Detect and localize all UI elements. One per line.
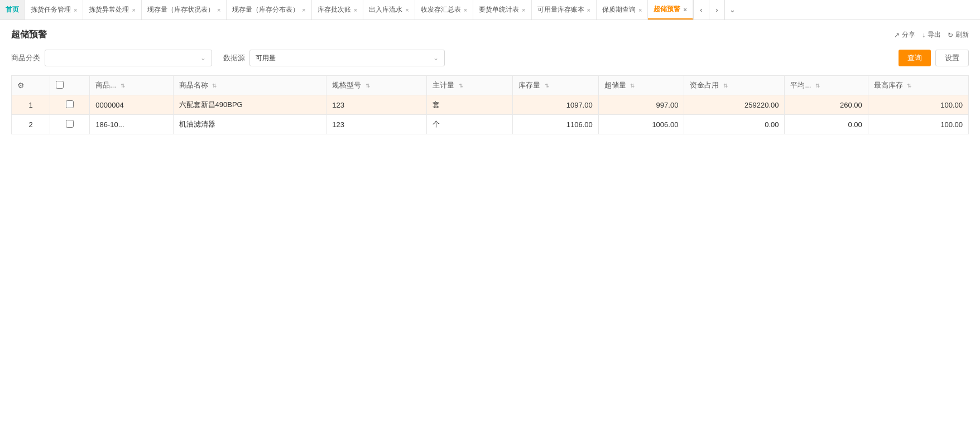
row-avg: 260.00 <box>785 95 868 115</box>
row-stock: 1106.00 <box>513 115 599 134</box>
sort-avg-icon: ⇅ <box>815 83 820 89</box>
row-unit: 个 <box>427 115 513 134</box>
export-icon: ↓ <box>922 31 925 39</box>
page-title: 超储预警 <box>11 29 47 41</box>
row-num: 1 <box>12 95 50 115</box>
col-unit-header[interactable]: 主计量 ⇅ <box>427 76 513 95</box>
nav-tab-tab-5[interactable]: 库存批次账× <box>312 0 363 20</box>
nav-next-arrow[interactable]: › <box>709 0 724 20</box>
nav-tab-tab-10[interactable]: 保质期查询× <box>597 0 648 20</box>
row-max: 100.00 <box>868 95 968 115</box>
sort-name-icon: ⇅ <box>212 83 217 89</box>
nav-tab-tab-4[interactable]: 现存量（库存分布表）× <box>227 0 311 20</box>
close-tab-tab-2[interactable]: × <box>132 7 135 13</box>
nav-tab-tab-2[interactable]: 拣货异常处理× <box>83 0 141 20</box>
category-label: 商品分类 <box>11 53 40 63</box>
sort-stock-icon: ⇅ <box>545 83 549 89</box>
row-checkbox-cell[interactable] <box>50 95 90 115</box>
query-button[interactable]: 查询 <box>899 50 931 66</box>
row-excess: 997.00 <box>598 95 684 115</box>
share-button[interactable]: ↗ 分享 <box>894 30 915 40</box>
row-unit: 套 <box>427 95 513 115</box>
category-filter-group: 商品分类 ⌄ <box>11 50 212 66</box>
row-spec: 123 <box>326 115 427 134</box>
sort-max-icon: ⇅ <box>907 83 911 89</box>
action-buttons: 查询 设置 <box>899 50 969 66</box>
sort-unit-icon: ⇅ <box>459 83 463 89</box>
refresh-icon: ↻ <box>948 31 953 39</box>
row-stock: 1097.00 <box>513 95 599 115</box>
row-code: 186-10... <box>90 115 173 134</box>
col-code-header[interactable]: 商品... ⇅ <box>90 76 173 95</box>
nav-tab-tab-3[interactable]: 现存量（库存状况表）× <box>142 0 227 20</box>
nav-home[interactable]: 首页 <box>0 0 25 20</box>
close-tab-tab-4[interactable]: × <box>302 7 305 13</box>
close-tab-tab-3[interactable]: × <box>217 7 220 13</box>
data-table: ⚙ 商品... ⇅ 商品名称 ⇅ 规格型号 ⇅ 主计量 <box>11 75 969 134</box>
row-spec: 123 <box>326 95 427 115</box>
nav-tab-tab-1[interactable]: 拣货任务管理× <box>25 0 83 20</box>
sort-excess-icon: ⇅ <box>630 83 635 89</box>
sort-capital-icon: ⇅ <box>723 83 728 89</box>
col-capital-header[interactable]: 资金占用 ⇅ <box>684 76 785 95</box>
table-row: 2 186-10... 机油滤清器 123 个 1106.00 1006.00 … <box>12 115 969 134</box>
row-checkbox[interactable] <box>66 120 74 128</box>
col-name-header[interactable]: 商品名称 ⇅ <box>173 76 326 95</box>
nav-tab-tab-11[interactable]: 超储预警× <box>648 0 693 20</box>
page-header: 超储预警 ↗ 分享 ↓ 导出 ↻ 刷新 <box>11 29 969 41</box>
category-select[interactable]: ⌄ <box>45 50 212 66</box>
table-header-row: ⚙ 商品... ⇅ 商品名称 ⇅ 规格型号 ⇅ 主计量 <box>12 76 969 95</box>
datasource-filter-group: 数据源 可用量 ⌄ <box>223 50 445 66</box>
gear-icon[interactable]: ⚙ <box>17 81 25 90</box>
row-capital: 259220.00 <box>684 95 785 115</box>
table-row: 1 0000004 六配套新昌490BPG 123 套 1097.00 997.… <box>12 95 969 115</box>
datasource-value: 可用量 <box>256 54 276 63</box>
col-max-header[interactable]: 最高库存 ⇅ <box>868 76 968 95</box>
export-button[interactable]: ↓ 导出 <box>922 30 941 40</box>
col-stock-header[interactable]: 库存量 ⇅ <box>513 76 599 95</box>
nav-tab-tab-6[interactable]: 出入库流水× <box>363 0 415 20</box>
filter-area: 商品分类 ⌄ 数据源 可用量 ⌄ 查询 设置 <box>11 50 969 66</box>
col-excess-header[interactable]: 超储量 ⇅ <box>598 76 684 95</box>
nav-tab-tab-9[interactable]: 可用量库存账本× <box>532 0 597 20</box>
nav-more-arrow[interactable]: ⌄ <box>724 0 740 20</box>
row-name: 机油滤清器 <box>173 115 326 134</box>
col-avg-header[interactable]: 平均... ⇅ <box>785 76 868 95</box>
row-name: 六配套新昌490BPG <box>173 95 326 115</box>
page-content: 超储预警 ↗ 分享 ↓ 导出 ↻ 刷新 商品分类 ⌄ 数据源 <box>0 20 980 446</box>
datasource-dropdown-icon: ⌄ <box>433 54 439 62</box>
sort-code-icon: ⇅ <box>121 83 125 89</box>
select-all-checkbox[interactable] <box>56 81 64 89</box>
header-actions: ↗ 分享 ↓ 导出 ↻ 刷新 <box>894 30 969 40</box>
category-dropdown-icon: ⌄ <box>200 54 206 62</box>
close-tab-tab-7[interactable]: × <box>464 7 467 13</box>
datasource-label: 数据源 <box>223 53 245 63</box>
row-checkbox[interactable] <box>66 100 74 108</box>
nav-tab-tab-7[interactable]: 收发存汇总表× <box>415 0 473 20</box>
close-tab-tab-8[interactable]: × <box>522 7 525 13</box>
col-settings-header[interactable]: ⚙ <box>12 76 50 95</box>
row-max: 100.00 <box>868 115 968 134</box>
nav-tab-tab-8[interactable]: 要货单统计表× <box>473 0 531 20</box>
row-num: 2 <box>12 115 50 134</box>
datasource-select[interactable]: 可用量 ⌄ <box>249 50 445 66</box>
top-nav: 首页 拣货任务管理×拣货异常处理×现存量（库存状况表）×现存量（库存分布表）×库… <box>0 0 980 20</box>
close-tab-tab-11[interactable]: × <box>683 6 686 13</box>
close-tab-tab-1[interactable]: × <box>74 7 77 13</box>
row-capital: 0.00 <box>684 115 785 134</box>
settings-button[interactable]: 设置 <box>935 50 969 66</box>
close-tab-tab-6[interactable]: × <box>405 7 409 13</box>
col-spec-header[interactable]: 规格型号 ⇅ <box>326 76 427 95</box>
col-checkbox-header[interactable] <box>50 76 90 95</box>
refresh-button[interactable]: ↻ 刷新 <box>948 30 969 40</box>
nav-prev-arrow[interactable]: ‹ <box>693 0 709 20</box>
row-code: 0000004 <box>90 95 173 115</box>
sort-spec-icon: ⇅ <box>366 83 370 89</box>
close-tab-tab-5[interactable]: × <box>354 7 357 13</box>
share-icon: ↗ <box>894 31 900 39</box>
row-avg: 0.00 <box>785 115 868 134</box>
close-tab-tab-9[interactable]: × <box>587 7 590 13</box>
close-tab-tab-10[interactable]: × <box>638 7 642 13</box>
row-checkbox-cell[interactable] <box>50 115 90 134</box>
row-excess: 1006.00 <box>598 115 684 134</box>
